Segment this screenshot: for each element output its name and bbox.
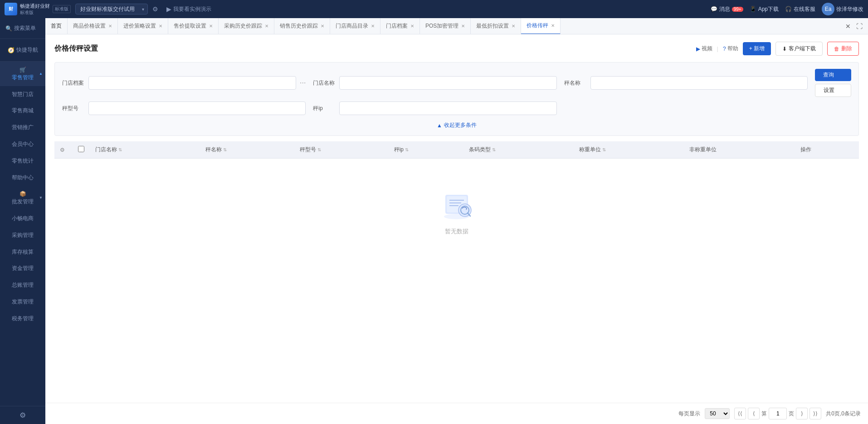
sidebar-item-retail-mall[interactable]: 零售商城: [0, 102, 45, 119]
help-icon: ?: [723, 46, 726, 52]
tab-sale-extract[interactable]: 售价提取设置 ✕: [168, 18, 219, 34]
download-client-button[interactable]: ⬇ 客户端下载: [775, 42, 823, 56]
sidebar-item-retail-stats[interactable]: 零售统计: [0, 153, 45, 169]
sidebar-item-smart-store[interactable]: 智慧门店: [0, 86, 45, 103]
sidebar-item-quick-nav[interactable]: 🧭 快捷导航: [0, 43, 45, 58]
sidebar-item-general-ledger[interactable]: 总账管理: [0, 277, 45, 294]
tab-purchase-strategy[interactable]: 进价策略设置 ✕: [118, 18, 168, 34]
sidebar-item-help-center[interactable]: 帮助中心: [0, 169, 45, 186]
th-operation: 操作: [795, 141, 859, 159]
tab-expand-button[interactable]: ⛶: [854, 21, 864, 32]
tab-close-sale-history[interactable]: ✕: [321, 24, 324, 29]
sort-icon[interactable]: ⇅: [492, 147, 496, 152]
next-page-button[interactable]: ⟩: [796, 408, 808, 419]
sidebar-item-marketing[interactable]: 营销推广: [0, 119, 45, 136]
ellipsis-icon[interactable]: ···: [300, 79, 306, 87]
help-link[interactable]: ? 帮助: [723, 45, 738, 53]
tab-pos-manage[interactable]: POS加密管理 ✕: [420, 18, 471, 34]
sidebar-item-tax-manage[interactable]: 税务管理: [0, 310, 45, 327]
tab-close-purchase-strategy[interactable]: ✕: [159, 24, 162, 29]
tab-close-price-setting[interactable]: ✕: [108, 24, 112, 29]
store-profile-input[interactable]: [88, 76, 296, 90]
tab-close-purchase-history[interactable]: ✕: [265, 24, 268, 29]
tab-close-pos-manage[interactable]: ✕: [461, 24, 465, 29]
tab-bar-actions: ✕ ⛶: [840, 21, 868, 32]
select-all-checkbox[interactable]: [78, 146, 84, 152]
th-scale-ip: 秤ip ⇅: [389, 141, 463, 159]
query-button[interactable]: 查询: [815, 69, 851, 81]
delete-button[interactable]: 🗑 删除: [827, 42, 859, 56]
tab-close-min-discount[interactable]: ✕: [512, 24, 515, 29]
tab-close-store-profile[interactable]: ✕: [410, 24, 414, 29]
online-service-button[interactable]: 🎧 在线客服: [785, 5, 815, 13]
first-page-button[interactable]: ⟨⟨: [734, 408, 746, 419]
filter-store-profile: 门店档案 ···: [62, 76, 306, 90]
setting-button[interactable]: 设置: [815, 84, 851, 97]
app-download-button[interactable]: 📱 App下载: [750, 5, 779, 13]
sidebar-item-inventory[interactable]: 库存核算: [0, 244, 45, 260]
tab-close-store-catalog[interactable]: ✕: [371, 24, 375, 29]
filter-scale-model: 秤型号: [62, 101, 306, 115]
th-gear[interactable]: ⚙: [54, 141, 73, 159]
empty-state: 暂无数据: [54, 159, 859, 263]
add-button[interactable]: + 新增: [743, 42, 771, 55]
collapse-button[interactable]: ▲ 收起更多条件: [62, 120, 851, 129]
page-size-select[interactable]: 102050100: [705, 408, 730, 419]
filter-form: 门店档案 ··· 门店名称 秤名称 查询: [54, 62, 859, 136]
scale-ip-input[interactable]: [339, 101, 556, 115]
sort-icon[interactable]: ⇅: [602, 147, 606, 152]
top-bar: 财 畅捷通好业财 标准版 标准版 好业财标准版交付试用 ▾ ⚙ ▶ 我要看实例演…: [0, 0, 868, 18]
tab-store-catalog[interactable]: 门店商品目录 ✕: [330, 18, 380, 34]
logo-text: 畅捷通好业财 标准版: [20, 3, 50, 16]
sidebar-item-mini-ecommerce[interactable]: 小畅电商: [0, 210, 45, 227]
tab-min-discount[interactable]: 最低折扣设置 ✕: [471, 18, 521, 34]
search-menu-button[interactable]: 🔍 搜索菜单: [4, 23, 42, 34]
tab-sale-history[interactable]: 销售历史价跟踪 ✕: [274, 18, 330, 34]
sidebar-item-member-center[interactable]: 会员中心: [0, 136, 45, 153]
store-name-input[interactable]: [339, 76, 556, 90]
last-page-button[interactable]: ⟩⟩: [809, 408, 821, 419]
headphone-icon: 🎧: [785, 6, 792, 12]
tab-purchase-history[interactable]: 采购历史价跟踪 ✕: [219, 18, 274, 34]
prev-page-button[interactable]: ⟨: [748, 408, 760, 419]
sidebar-item-purchase-manage[interactable]: 采购管理: [0, 227, 45, 244]
gear-button[interactable]: ⚙: [151, 4, 160, 14]
video-link[interactable]: ▶ 视频: [696, 45, 712, 53]
tab-price-scale[interactable]: 价格传秤 ✕: [521, 18, 561, 34]
divider-1: |: [717, 45, 718, 52]
page-input[interactable]: [769, 408, 787, 419]
scale-name-input[interactable]: [590, 76, 808, 90]
sidebar-item-invoice-manage[interactable]: 发票管理: [0, 294, 45, 310]
tab-store-profile[interactable]: 门店档案 ✕: [380, 18, 420, 34]
scale-model-input[interactable]: [88, 101, 306, 115]
filter-row-1: 门店档案 ··· 门店名称 秤名称 查询: [62, 69, 851, 97]
user-menu[interactable]: Ea 徐泽华修改: [822, 3, 863, 15]
table-header-row: ⚙ 门店名称 ⇅ 秤名称: [54, 141, 859, 159]
tab-close-button[interactable]: ✕: [844, 21, 853, 32]
collapse-icon: ▲: [437, 122, 442, 129]
sort-icon[interactable]: ⇅: [118, 147, 122, 152]
version-select-wrapper[interactable]: 好业财标准版交付试用 ▾: [75, 4, 148, 14]
filter-store-name: 门店名称: [313, 76, 556, 90]
sidebar-search[interactable]: 🔍 搜索菜单: [0, 18, 45, 39]
tab-close-price-scale[interactable]: ✕: [551, 23, 555, 28]
sidebar-item-wholesale-manage[interactable]: 📦 批发管理: [0, 186, 45, 210]
sort-icon[interactable]: ⇅: [405, 147, 409, 152]
sidebar-item-retail-manage[interactable]: 🛒 零售管理: [0, 62, 45, 86]
message-button[interactable]: 💬 消息 99+: [711, 5, 743, 13]
th-scale-name: 秤名称 ⇅: [200, 141, 294, 159]
tab-home[interactable]: 首页: [45, 18, 68, 34]
demo-button[interactable]: ▶ 我要看实例演示: [163, 4, 215, 15]
page-nav: ⟨⟨ ⟨ 算 页 ⟩ ⟩⟩: [734, 408, 821, 419]
gear-icon[interactable]: ⚙: [60, 147, 65, 153]
version-select[interactable]: 好业财标准版交付试用: [75, 4, 148, 14]
tab-bar: 首页 商品价格设置 ✕ 进价策略设置 ✕ 售价提取设置 ✕ 采购历史价跟踪 ✕ …: [45, 18, 868, 34]
sort-icon[interactable]: ⇅: [223, 147, 227, 152]
settings-button[interactable]: ⚙: [20, 411, 26, 419]
page-title: 价格传秤设置: [54, 44, 98, 53]
tab-close-sale-extract[interactable]: ✕: [209, 24, 213, 29]
sort-icon[interactable]: ⇅: [317, 147, 321, 152]
tab-price-setting[interactable]: 商品价格设置 ✕: [68, 18, 118, 34]
th-checkbox: [73, 141, 90, 159]
sidebar-item-finance[interactable]: 资金管理: [0, 260, 45, 277]
